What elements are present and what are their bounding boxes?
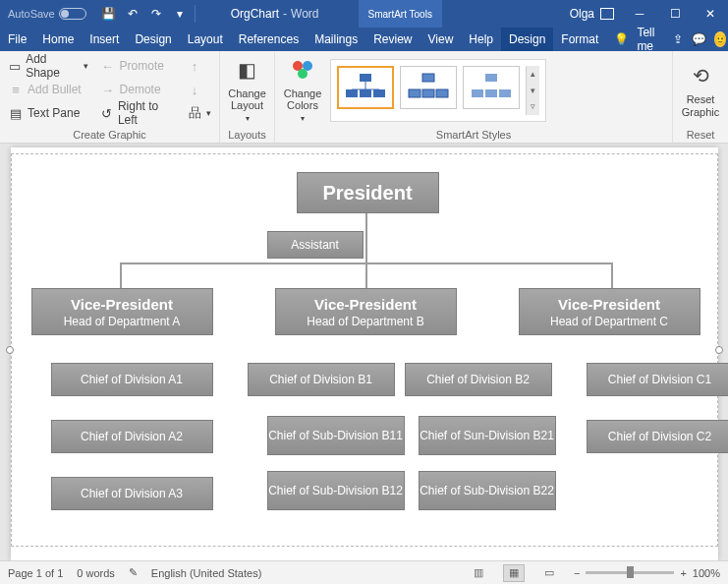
svg-rect-9: [422, 74, 434, 82]
toggle-off-icon: [59, 8, 86, 20]
change-layout-button[interactable]: ◧ Change Layout ▾: [224, 55, 270, 125]
tab-smartart-format[interactable]: Format: [553, 28, 606, 51]
reset-graphic-button[interactable]: ⟲ Reset Graphic: [677, 55, 724, 125]
colors-icon: [289, 56, 316, 84]
arrow-right-icon: →: [100, 82, 116, 97]
svg-point-2: [298, 69, 308, 79]
undo-icon[interactable]: ↶: [122, 3, 143, 25]
node-c1[interactable]: Chief of Division C1: [587, 363, 729, 396]
save-icon[interactable]: 💾: [98, 3, 120, 25]
node-president[interactable]: President: [297, 172, 439, 213]
svg-rect-11: [422, 89, 434, 97]
gallery-more[interactable]: ▴▾▿: [526, 66, 539, 115]
resize-handle-left[interactable]: [6, 346, 14, 354]
proofing-icon[interactable]: ✎: [129, 566, 138, 579]
svg-rect-5: [360, 89, 371, 97]
node-a1[interactable]: Chief of Division A1: [51, 363, 213, 396]
tab-file[interactable]: File: [0, 28, 34, 51]
zoom-level[interactable]: 100%: [693, 567, 720, 579]
zoom-slider[interactable]: [586, 571, 674, 574]
smiley-icon[interactable]: 🙂: [714, 31, 726, 47]
tab-design[interactable]: Design: [127, 28, 179, 51]
user-name[interactable]: Olga: [562, 7, 622, 21]
svg-rect-13: [485, 74, 497, 82]
style-thumb-1[interactable]: [337, 66, 394, 109]
style-thumb-2[interactable]: [400, 66, 457, 109]
redo-icon[interactable]: ↷: [145, 3, 167, 25]
node-b21[interactable]: Chief of Sun-Division B21: [419, 416, 556, 455]
tab-layout[interactable]: Layout: [180, 28, 231, 51]
share-icon[interactable]: ⇪: [673, 31, 685, 47]
zoom-out-button[interactable]: −: [574, 567, 580, 579]
tab-smartart-design[interactable]: Design: [501, 28, 553, 51]
node-vp-c[interactable]: Vice-PresidentHead of Department C: [519, 288, 700, 335]
add-bullet-button: ≡Add Bullet: [4, 79, 92, 100]
smartart-canvas[interactable]: President Assistant Vice-PresidentHead o…: [11, 153, 718, 547]
autosave-label: AutoSave: [8, 8, 55, 20]
node-vp-b[interactable]: Vice-PresidentHead of Department B: [275, 288, 457, 335]
minimize-button[interactable]: ─: [622, 0, 657, 28]
svg-rect-15: [485, 89, 497, 97]
demote-button: →Demote: [96, 79, 179, 100]
resize-handle-right[interactable]: [715, 346, 723, 354]
zoom-in-button[interactable]: +: [680, 567, 686, 579]
language-indicator[interactable]: English (United States): [151, 567, 262, 579]
move-down-button: ↓: [183, 79, 215, 100]
style-thumb-3[interactable]: [463, 66, 520, 109]
node-a2[interactable]: Chief of Division A2: [51, 420, 213, 453]
svg-rect-16: [499, 89, 511, 97]
autosave-toggle[interactable]: AutoSave: [0, 8, 94, 20]
right-to-left-button[interactable]: ↺Right to Left: [96, 102, 179, 124]
svg-rect-12: [436, 89, 448, 97]
smartart-style-gallery: ▴▾▿: [330, 59, 546, 122]
node-b1[interactable]: Chief of Division B1: [248, 363, 395, 396]
arrow-left-icon: ←: [100, 58, 116, 74]
page: President Assistant Vice-PresidentHead o…: [11, 147, 718, 560]
qat-more-icon[interactable]: ▾: [169, 3, 191, 25]
add-shape-button[interactable]: ▭Add Shape ▾: [4, 55, 92, 77]
node-c2[interactable]: Chief of Division C2: [587, 420, 729, 453]
close-button[interactable]: ✕: [693, 0, 728, 28]
maximize-button[interactable]: ☐: [657, 0, 693, 28]
tab-view[interactable]: View: [420, 28, 462, 51]
tab-references[interactable]: References: [231, 28, 307, 51]
text-pane-icon: ▤: [8, 105, 24, 121]
group-label-create-graphic: Create Graphic: [0, 129, 219, 143]
tab-help[interactable]: Help: [461, 28, 501, 51]
tab-insert[interactable]: Insert: [82, 28, 127, 51]
window-title: OrgChart - Word: [231, 7, 319, 21]
svg-rect-10: [409, 89, 420, 97]
move-up-button: ↑: [183, 55, 215, 77]
tell-me[interactable]: Tell me: [637, 26, 664, 53]
node-b2[interactable]: Chief of Division B2: [405, 363, 552, 396]
web-layout-icon[interactable]: ▭: [538, 564, 560, 582]
node-b12[interactable]: Chief of Sub-Division B12: [267, 471, 405, 510]
svg-rect-4: [346, 89, 358, 97]
node-a3[interactable]: Chief of Division A3: [51, 477, 213, 510]
layout-icon: ◧: [234, 56, 261, 84]
page-indicator[interactable]: Page 1 of 1: [8, 567, 63, 579]
org-icon: 品: [187, 105, 202, 121]
print-layout-icon[interactable]: ▦: [503, 564, 525, 582]
add-shape-icon: ▭: [8, 58, 22, 74]
svg-rect-3: [360, 74, 371, 82]
document-area[interactable]: President Assistant Vice-PresidentHead o…: [0, 144, 728, 560]
group-label-styles: SmartArt Styles: [275, 129, 672, 143]
tab-home[interactable]: Home: [34, 28, 82, 51]
group-label-reset: Reset: [673, 129, 728, 143]
tab-mailings[interactable]: Mailings: [307, 28, 365, 51]
node-b11[interactable]: Chief of Sub-Division B11: [267, 416, 405, 455]
svg-rect-14: [472, 89, 483, 97]
node-vp-a[interactable]: Vice-PresidentHead of Department A: [31, 288, 213, 335]
node-assistant[interactable]: Assistant: [267, 231, 364, 259]
tab-review[interactable]: Review: [365, 28, 420, 51]
text-pane-button[interactable]: ▤Text Pane: [4, 102, 92, 124]
read-mode-icon[interactable]: ▥: [468, 564, 489, 582]
layout-dropdown[interactable]: 品▾: [183, 102, 215, 124]
document-name: OrgChart: [231, 7, 279, 21]
promote-button: ←Promote: [96, 55, 179, 77]
comments-icon[interactable]: 💬: [692, 31, 706, 47]
word-count[interactable]: 0 words: [77, 567, 115, 579]
change-colors-button[interactable]: Change Colors ▾: [279, 56, 326, 124]
node-b22[interactable]: Chief of Sub-Division B22: [419, 471, 556, 510]
